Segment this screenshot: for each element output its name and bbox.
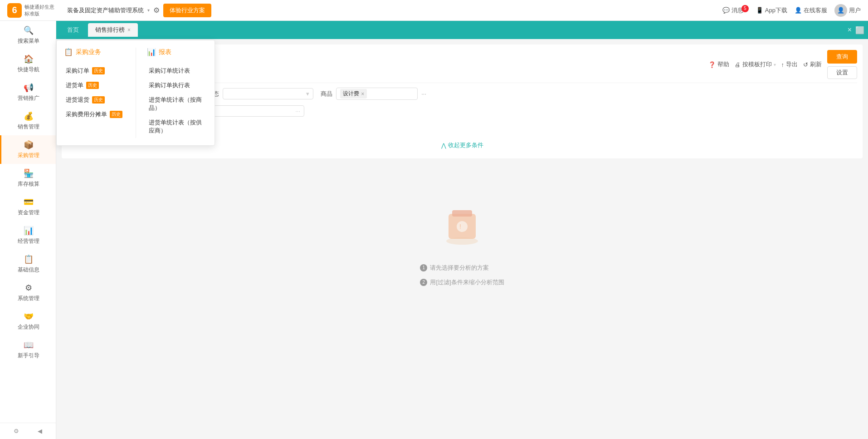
service-icon: 👤 bbox=[795, 7, 802, 14]
menu-item-purchase-order-label: 采购订单 bbox=[66, 67, 89, 75]
goods-tag-label: 设计费 bbox=[343, 90, 359, 98]
sidebar-label-basic-info: 基础信息 bbox=[18, 266, 39, 274]
basic-info-icon: 📋 bbox=[24, 254, 34, 264]
sidebar-item-search[interactable]: 🔍 搜索菜单 bbox=[0, 21, 56, 49]
salesman-dots[interactable]: ··· bbox=[295, 108, 300, 114]
sidebar-label-sales: 销售管理 bbox=[18, 123, 39, 131]
refresh-action[interactable]: ↺ 刷新 bbox=[803, 60, 822, 69]
print-action[interactable]: 🖨 按模板打印 ▾ bbox=[735, 60, 776, 69]
export-action[interactable]: ↑ 导出 bbox=[781, 60, 798, 69]
purchase-return-tag: 历史 bbox=[92, 96, 105, 104]
menu-col-report: 📊 报表 采购订单统计表 采购订单执行表 进货单统计表（按商品） 进货单统计表（… bbox=[147, 48, 208, 138]
app-download-label: App下载 bbox=[765, 6, 787, 15]
empty-tip-1: 请先选择要分析的方案 bbox=[430, 262, 489, 274]
salesman-select[interactable]: ··· bbox=[214, 105, 304, 117]
topbar-settings-icon[interactable]: ⚙ bbox=[153, 6, 160, 15]
menu-item-in-stat-goods-label: 进货单统计表（按商品） bbox=[149, 96, 206, 112]
empty-tip-row-2: 2 用[过滤]条件来缩小分析范围 bbox=[420, 276, 504, 288]
sidebar-item-system[interactable]: ⚙ 系统管理 bbox=[0, 278, 56, 307]
empty-state: ! 1 请先选择要分析的方案 2 用[过滤]条件来缩小分析范围 bbox=[62, 164, 863, 325]
sidebar-item-finance[interactable]: 💳 资金管理 bbox=[0, 192, 56, 221]
goods-tag: 设计费 × bbox=[340, 89, 367, 99]
collapse-up-icon: ⋀ bbox=[441, 142, 446, 149]
menu-item-purchase-expense[interactable]: 采购费用分摊单 历史 bbox=[64, 107, 125, 122]
sidebar-item-operations[interactable]: 📊 经营管理 bbox=[0, 221, 56, 250]
industry-btn[interactable]: 体验行业方案 bbox=[163, 4, 211, 17]
sidebar-item-basic-info[interactable]: 📋 基础信息 bbox=[0, 250, 56, 278]
system-icon: ⚙ bbox=[25, 283, 32, 293]
user-action[interactable]: 👤 用户 bbox=[834, 4, 861, 17]
collapse-label: 收起更多条件 bbox=[448, 141, 483, 149]
online-service-label: 在线客服 bbox=[804, 6, 827, 15]
print-dropdown-icon[interactable]: ▾ bbox=[774, 62, 776, 67]
sidebar-label-quick-nav: 快捷导航 bbox=[18, 66, 39, 74]
sidebar-label-inventory: 库存核算 bbox=[18, 180, 39, 188]
finance-icon: 💳 bbox=[24, 197, 34, 207]
message-icon: 💬 bbox=[722, 7, 730, 14]
menu-item-in-stat-goods[interactable]: 进货单统计表（按商品） bbox=[147, 93, 208, 115]
sidebar-item-marketing[interactable]: 📢 营销推广 bbox=[0, 78, 56, 107]
menu-item-purchase-in[interactable]: 进货单 历史 bbox=[64, 78, 125, 93]
user-label: 用户 bbox=[849, 6, 861, 15]
empty-tip-row-1: 1 请先选择要分析的方案 bbox=[420, 262, 504, 274]
sidebar-item-guide[interactable]: 📖 新手引导 bbox=[0, 335, 56, 364]
app-download-action[interactable]: 📱 App下载 bbox=[756, 6, 787, 15]
sidebar-item-inventory[interactable]: 🏪 库存核算 bbox=[0, 164, 56, 192]
settings-button[interactable]: 设置 bbox=[827, 66, 857, 79]
sidebar-item-quick-nav[interactable]: 🏠 快捷导航 bbox=[0, 49, 56, 78]
dropdown-arrow-icon[interactable]: ▾ bbox=[147, 8, 150, 13]
query-button[interactable]: 查询 bbox=[827, 50, 857, 64]
export-icon: ↑ bbox=[781, 61, 785, 68]
menu-col-purchase: 📋 采购业务 采购订单 历史 进货单 历史 进货退货 历史 采购费用分摊单 历史 bbox=[64, 48, 125, 138]
tab-home[interactable]: 首页 bbox=[60, 23, 86, 37]
svg-text:!: ! bbox=[459, 223, 461, 230]
tab-sales-rank[interactable]: 销售排行榜 × bbox=[88, 23, 138, 37]
sidebar-item-enterprise[interactable]: 🤝 企业协同 bbox=[0, 307, 56, 335]
goods-label: 商品 bbox=[321, 90, 332, 98]
bill-status-dropdown-icon: ▾ bbox=[306, 90, 309, 97]
help-label: 帮助 bbox=[717, 60, 729, 69]
purchase-in-tag: 历史 bbox=[86, 82, 99, 89]
help-icon: ❓ bbox=[708, 61, 716, 68]
tip-num-2: 2 bbox=[420, 279, 427, 286]
export-label: 导出 bbox=[786, 60, 798, 69]
search-icon: 🔍 bbox=[24, 25, 34, 35]
sidebar-item-purchase[interactable]: 📦 采购管理 bbox=[0, 135, 56, 164]
sidebar-item-sales[interactable]: 💰 销售管理 bbox=[0, 107, 56, 135]
message-action[interactable]: 💬 消息 5 bbox=[722, 6, 749, 15]
print-label: 按模板打印 bbox=[742, 60, 772, 69]
tab-home-label: 首页 bbox=[67, 26, 79, 33]
goods-tag-close[interactable]: × bbox=[361, 91, 364, 97]
menu-item-purchase-expense-label: 采购费用分摊单 bbox=[66, 110, 107, 118]
sidebar-settings-icon[interactable]: ⚙ bbox=[14, 428, 19, 434]
menu-item-order-stat[interactable]: 采购订单统计表 bbox=[147, 64, 208, 78]
sidebar-label-system: 系统管理 bbox=[18, 295, 39, 302]
menu-item-purchase-return[interactable]: 进货退货 历史 bbox=[64, 93, 125, 107]
tip-num-1: 1 bbox=[420, 264, 427, 271]
empty-icon: ! bbox=[435, 200, 489, 255]
home-icon: 🏠 bbox=[24, 54, 34, 64]
menu-item-in-stat-supplier[interactable]: 进货单统计表（按供应商） bbox=[147, 115, 208, 138]
online-service-action[interactable]: 👤 在线客服 bbox=[795, 6, 827, 15]
tab-minimize-icon[interactable]: × bbox=[848, 26, 852, 35]
sidebar-bottom: ⚙ ◀ bbox=[0, 423, 56, 439]
help-action[interactable]: ❓ 帮助 bbox=[708, 60, 729, 69]
system-name: 装备及固定资产辅助管理系统 bbox=[67, 6, 144, 15]
tab-close-icon[interactable]: × bbox=[127, 27, 131, 33]
menu-item-purchase-order[interactable]: 采购订单 历史 bbox=[64, 64, 125, 78]
goods-input-area[interactable]: 设计费 × bbox=[336, 88, 418, 100]
system-title: 装备及固定资产辅助管理系统 ▾ ⚙ 体验行业方案 bbox=[67, 4, 717, 17]
tabs-bar: 首页 销售排行榜 × × ⬜ bbox=[56, 21, 868, 39]
menu-item-order-exec[interactable]: 采购订单执行表 bbox=[147, 78, 208, 93]
goods-more-icon[interactable]: ··· bbox=[421, 90, 426, 97]
avatar: 👤 bbox=[834, 4, 847, 17]
svg-rect-2 bbox=[452, 210, 472, 217]
bill-status-select[interactable]: ▾ bbox=[223, 88, 313, 99]
enterprise-icon: 🤝 bbox=[24, 311, 34, 321]
logo-text: 畅捷通好生意 标准版 bbox=[24, 4, 54, 17]
sidebar-label-marketing: 营销推广 bbox=[18, 94, 39, 102]
sidebar-collapse-icon[interactable]: ◀ bbox=[38, 428, 42, 434]
tab-maximize-icon[interactable]: ⬜ bbox=[855, 26, 864, 35]
menu-col-purchase-title: 📋 采购业务 bbox=[64, 48, 125, 58]
logo-icon: 6 bbox=[7, 3, 22, 18]
